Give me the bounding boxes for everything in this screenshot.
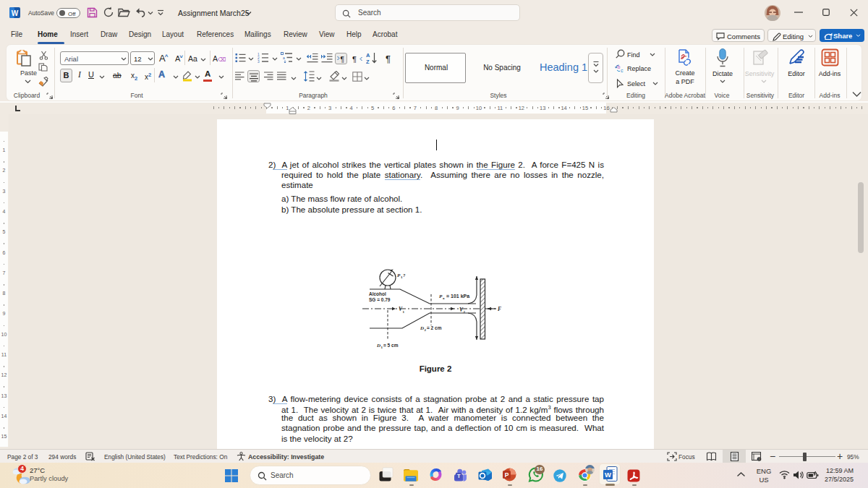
svg-text:D: D xyxy=(420,325,424,331)
svg-text:a: a xyxy=(443,296,445,300)
svg-text:T: T xyxy=(457,472,461,479)
svg-text:= 5 cm: = 5 cm xyxy=(383,343,399,348)
svg-text:i: i xyxy=(759,457,760,461)
svg-text:D: D xyxy=(376,343,380,348)
svg-text:¶: ¶ xyxy=(341,56,344,63)
svg-text:?: ? xyxy=(403,273,406,278)
svg-text:W: W xyxy=(605,471,611,479)
svg-text:W: W xyxy=(12,9,19,17)
svg-text:a: a xyxy=(283,56,285,60)
svg-text:= 101 kPa: = 101 kPa xyxy=(446,294,469,299)
svg-text:F: F xyxy=(498,306,501,312)
svg-text:A: A xyxy=(366,52,370,59)
svg-text:= 2 cm: = 2 cm xyxy=(427,325,442,330)
svg-text:3: 3 xyxy=(258,60,260,63)
svg-text:SG = 0.79: SG = 0.79 xyxy=(369,297,391,302)
svg-text:c: c xyxy=(621,68,624,73)
svg-text:Alcohol: Alcohol xyxy=(369,291,386,296)
svg-text:P: P xyxy=(505,471,509,479)
svg-text:Z: Z xyxy=(366,59,370,64)
svg-text:¶: ¶ xyxy=(352,55,357,63)
svg-text:1: 1 xyxy=(403,310,405,314)
